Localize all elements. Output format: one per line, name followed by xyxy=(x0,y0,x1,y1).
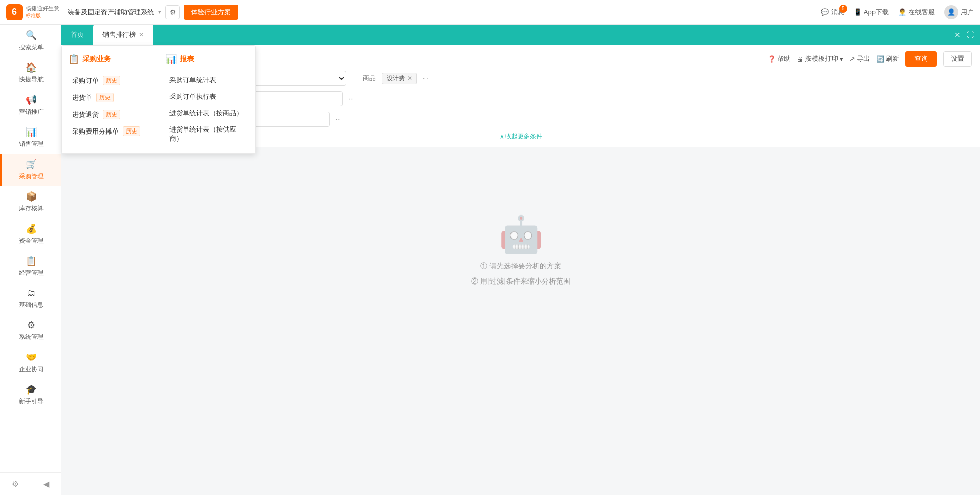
sidebar-item-label: 采购管理 xyxy=(19,172,44,181)
top-bar: 6 畅捷通好生意 标准版 装备及固定资产辅助管理系统 ▾ ⚙ 体验行业方案 💬 … xyxy=(0,0,980,25)
inventory-icon: 📦 xyxy=(26,191,37,202)
logo-icon: 6 xyxy=(6,4,23,20)
top-right-area: 💬 消息 5 📱 App下载 👨‍💼 在线客服 👤 用户 xyxy=(821,5,974,19)
sidebar-item-inventory[interactable]: 📦 库存核算 xyxy=(0,186,61,218)
sidebar-item-system[interactable]: ⚙ 系统管理 xyxy=(0,314,61,347)
sidebar-item-guide[interactable]: 🎓 新手引导 xyxy=(0,379,61,411)
export-label: 导出 xyxy=(857,54,870,63)
bill-status-select[interactable] xyxy=(244,71,346,86)
history-badge-goods-receipt[interactable]: 历史 xyxy=(96,93,114,102)
user-avatar: 👤 xyxy=(944,5,958,19)
tab-close-icon[interactable]: ✕ xyxy=(139,31,144,38)
help-icon: ❓ xyxy=(768,55,776,63)
goods-receipt-label: 进货单 xyxy=(72,93,92,102)
sidebar-item-label: 企业协同 xyxy=(19,365,44,374)
logo-char: 6 xyxy=(12,7,17,17)
dropdown-arrow-icon[interactable]: ▾ xyxy=(158,9,161,15)
sidebar-item-sales[interactable]: 📊 销售管理 xyxy=(0,121,61,154)
set-button[interactable]: 设置 xyxy=(943,51,972,67)
export-button[interactable]: ↗ 导出 xyxy=(849,54,870,63)
sidebar-collapse-button[interactable]: ◀ xyxy=(43,479,49,489)
goods-label: 商品 xyxy=(363,74,376,83)
salesperson-more-button[interactable]: ··· xyxy=(349,95,354,102)
refresh-button[interactable]: 🔄 刷新 xyxy=(876,54,899,63)
sidebar-item-label: 新手引导 xyxy=(19,397,44,406)
customer-more-button[interactable]: ··· xyxy=(336,116,341,123)
sidebar-bottom: ⚙ ◀ xyxy=(0,472,61,495)
sidebar-item-label: 基础信息 xyxy=(19,300,44,309)
sidebar-item-marketing[interactable]: 📢 营销推广 xyxy=(0,89,61,121)
logo-area: 6 畅捷通好生意 标准版 xyxy=(6,4,68,20)
logo-line1: 畅捷通好生意 xyxy=(26,5,59,12)
menu-item-purchase-expense[interactable]: 采购费用分摊单 历史 xyxy=(68,123,153,140)
menu-item-goods-return[interactable]: 进货退货 历史 xyxy=(68,106,153,123)
message-icon: 💬 xyxy=(821,8,829,16)
sidebar-item-basic[interactable]: 🗂 基础信息 xyxy=(0,283,61,314)
sales-icon: 📊 xyxy=(26,126,37,138)
menu-item-goods-receipt[interactable]: 进货单 历史 xyxy=(68,89,153,106)
history-badge-purchase-order[interactable]: 历史 xyxy=(103,76,120,85)
enterprise-icon: 🤝 xyxy=(26,352,37,363)
sidebar: 🔍 搜索菜单 🏠 快捷导航 📢 营销推广 📊 销售管理 🛒 采购管理 📦 库存核… xyxy=(0,25,61,495)
logo-text: 畅捷通好生意 标准版 xyxy=(26,5,59,19)
collapse-up-icon: ∧ xyxy=(500,133,504,140)
tab-sales-rank[interactable]: 销售排行榜 ✕ xyxy=(93,25,153,45)
sidebar-item-search[interactable]: 🔍 搜索菜单 xyxy=(0,25,61,57)
sidebar-item-enterprise[interactable]: 🤝 企业协同 xyxy=(0,347,61,379)
menu-section-purchase-header: 📋 采购业务 xyxy=(68,52,153,67)
settings-button[interactable]: ⚙ xyxy=(165,5,180,19)
sidebar-item-label: 搜索菜单 xyxy=(19,43,44,52)
receipt-stats-goods-label: 进货单统计表（按商品） xyxy=(169,109,243,118)
tab-close-button[interactable]: ✕ xyxy=(952,29,963,41)
help-label: 帮助 xyxy=(777,54,791,63)
sidebar-item-label: 销售管理 xyxy=(19,140,44,148)
query-button[interactable]: 查询 xyxy=(905,51,937,67)
menu-item-purchase-order[interactable]: 采购订单 历史 xyxy=(68,72,153,89)
collapse-button[interactable]: ∧ 收起更多条件 xyxy=(500,132,542,141)
refresh-icon: 🔄 xyxy=(876,55,884,63)
help-button[interactable]: ❓ 帮助 xyxy=(768,54,791,63)
tab-bar: 首页 销售排行榜 ✕ ✕ ⛶ xyxy=(61,25,980,45)
goods-tag: 设计费 ✕ xyxy=(382,73,417,84)
system-icon: ⚙ xyxy=(27,319,35,331)
tab-maximize-button[interactable]: ⛶ xyxy=(965,29,976,41)
basic-icon: 🗂 xyxy=(27,288,36,298)
sidebar-settings-button[interactable]: ⚙ xyxy=(12,479,19,489)
message-button[interactable]: 💬 消息 5 xyxy=(821,8,844,17)
print-label: 按模板打印 xyxy=(805,54,838,63)
menu-item-po-exec[interactable]: 采购订单执行表 xyxy=(165,89,250,105)
menu-item-receipt-stats-supplier[interactable]: 进货单统计表（按供应商） xyxy=(165,121,250,147)
menu-section-purchase: 📋 采购业务 采购订单 历史 进货单 历史 进货退货 历史 采购费用分摊单 历史 xyxy=(62,52,159,147)
history-badge-goods-return[interactable]: 历史 xyxy=(103,110,120,119)
sidebar-item-label: 快捷导航 xyxy=(19,75,44,84)
purchase-icon: 🛒 xyxy=(26,159,37,170)
tab-home[interactable]: 首页 xyxy=(61,25,93,45)
print-button[interactable]: 🖨 按模板打印 ▾ xyxy=(797,54,843,63)
user-area[interactable]: 👤 用户 xyxy=(944,5,974,19)
sidebar-item-label: 库存核算 xyxy=(19,204,44,213)
sidebar-item-purchase[interactable]: 🛒 采购管理 xyxy=(0,154,61,186)
search-icon: 🔍 xyxy=(26,30,37,41)
menu-item-receipt-stats-goods[interactable]: 进货单统计表（按商品） xyxy=(165,105,250,121)
industry-button[interactable]: 体验行业方案 xyxy=(184,5,238,20)
finance-icon: 💰 xyxy=(26,223,37,234)
sidebar-item-label: 资金管理 xyxy=(19,236,44,245)
print-dropdown-icon[interactable]: ▾ xyxy=(840,55,843,63)
goods-return-label: 进货退货 xyxy=(72,110,99,119)
sys-title-area: 装备及固定资产辅助管理系统 ▾ ⚙ 体验行业方案 xyxy=(68,5,821,20)
po-exec-label: 采购订单执行表 xyxy=(169,92,216,101)
history-badge-purchase-expense[interactable]: 历史 xyxy=(123,126,140,136)
online-service-button[interactable]: 👨‍💼 在线客服 xyxy=(898,8,935,17)
sidebar-item-finance[interactable]: 💰 资金管理 xyxy=(0,218,61,250)
app-download-button[interactable]: 📱 App下载 xyxy=(854,8,889,17)
sidebar-item-quick-nav[interactable]: 🏠 快捷导航 xyxy=(0,57,61,89)
sidebar-item-operations[interactable]: 📋 经营管理 xyxy=(0,250,61,283)
goods-tag-close[interactable]: ✕ xyxy=(407,75,412,82)
menu-item-po-stats[interactable]: 采购订单统计表 xyxy=(165,72,250,89)
hint1-text: 请先选择要分析的方案 xyxy=(489,262,561,270)
salesperson-input[interactable] xyxy=(247,91,343,106)
purchase-dropdown-menu: 📋 采购业务 采购订单 历史 进货单 历史 进货退货 历史 采购费用分摊单 历史… xyxy=(61,45,256,154)
goods-more-button[interactable]: ··· xyxy=(423,75,428,82)
purchase-section-title: 采购业务 xyxy=(82,55,111,64)
reports-section-icon: 📊 xyxy=(165,54,177,65)
